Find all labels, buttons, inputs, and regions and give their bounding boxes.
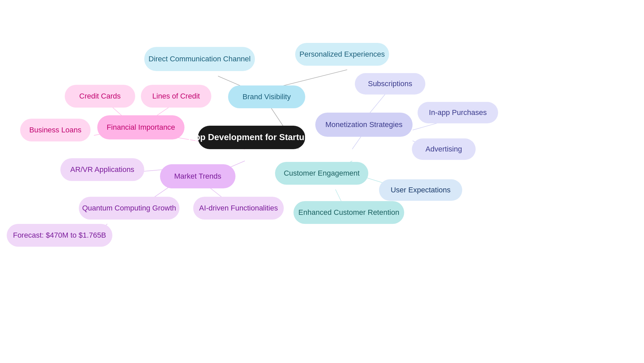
direct-comm-node: Direct Communication Channel bbox=[144, 47, 255, 71]
financial-importance-node: Financial Importance bbox=[97, 115, 184, 139]
forecast-node: Forecast: $470M to $1.765B bbox=[7, 224, 112, 247]
personalized-exp-node: Personalized Experiences bbox=[295, 43, 389, 66]
business-loans-node: Business Loans bbox=[20, 119, 91, 141]
quantum-computing-node: Quantum Computing Growth bbox=[79, 197, 179, 220]
in-app-purchases-node: In-app Purchases bbox=[418, 102, 498, 123]
monetization-strategies-node: Monetization Strategies bbox=[315, 113, 413, 137]
advertising-node: Advertising bbox=[412, 138, 476, 160]
center-node: App Development for Startups bbox=[198, 126, 305, 149]
credit-cards-node: Credit Cards bbox=[65, 85, 135, 108]
enhanced-retention-node: Enhanced Customer Retention bbox=[293, 201, 404, 224]
subscriptions-node: Subscriptions bbox=[355, 73, 425, 95]
user-expectations-node: User Expectations bbox=[379, 179, 462, 201]
ai-driven-node: AI-driven Functionalities bbox=[193, 197, 284, 220]
arvr-applications-node: AR/VR Applications bbox=[60, 158, 144, 181]
customer-engagement-node: Customer Engagement bbox=[275, 162, 368, 185]
market-trends-node: Market Trends bbox=[160, 164, 235, 188]
brand-visibility-node: Brand Visibility bbox=[228, 85, 305, 108]
lines-of-credit-node: Lines of Credit bbox=[141, 85, 211, 108]
